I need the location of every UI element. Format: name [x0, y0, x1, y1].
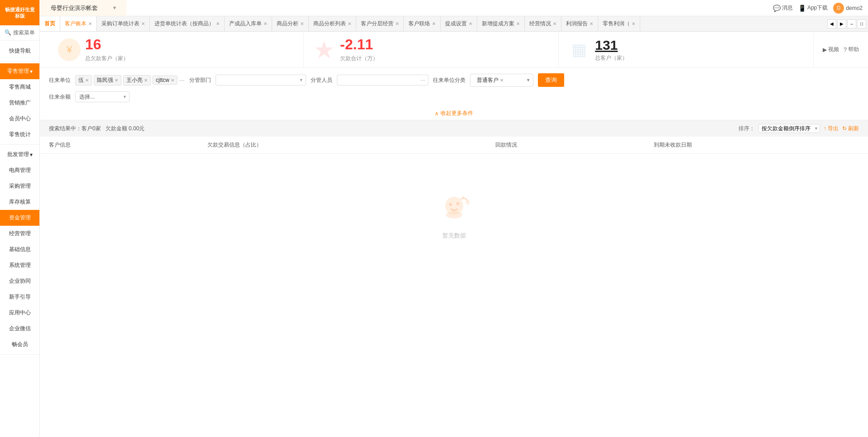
tab-collapse[interactable]: – — [847, 19, 856, 28]
sidebar-search-menu[interactable]: 🔍 搜索菜单 — [0, 25, 39, 41]
tab-close-icon[interactable]: ✕ — [632, 21, 635, 26]
sort-label: 排序： — [739, 125, 755, 133]
sidebar-item-capital[interactable]: 资金管理 — [0, 210, 39, 226]
person-input-more-icon[interactable]: ··· — [421, 77, 425, 83]
chevron-down-icon: ▼ — [112, 5, 117, 10]
tab-close-icon[interactable]: ✕ — [141, 21, 145, 26]
tab-retail-profit[interactable]: 零售利润（ ✕ — [598, 16, 640, 32]
help-btn[interactable]: ? 帮助 — [844, 46, 859, 53]
sidebar-item-label: 企业协同 — [9, 278, 31, 284]
sidebar-item-ecommerce[interactable]: 电商管理 — [0, 162, 39, 178]
tab-close-icon[interactable]: ✕ — [300, 21, 304, 26]
tab-label: 利润报告 — [566, 20, 588, 28]
filter-tag-close-icon[interactable]: ✕ — [85, 78, 89, 83]
balance-select[interactable]: 选择... — [75, 91, 129, 102]
tab-close-icon[interactable]: ✕ — [553, 21, 556, 26]
sidebar-item-label: 新手引导 — [9, 294, 31, 300]
tab-close-icon[interactable]: ✕ — [216, 21, 220, 26]
sidebar-item-label: 零售统计 — [9, 131, 31, 138]
account-select[interactable]: 母婴行业演示帐套 — [47, 3, 120, 13]
data-table: 客户信息 欠款交易信息（占比） 回款情况 到期未收款日期 — [40, 137, 868, 154]
overdue-amount-label: 欠款金额 0.00元 — [106, 125, 145, 133]
tab-purchase-order[interactable]: 采购订单统计表 ✕ — [97, 16, 150, 32]
filter-more-tags[interactable]: ··· — [179, 76, 185, 84]
tab-product-inbound[interactable]: 产成品入库单 ✕ — [225, 16, 272, 32]
tab-scroll-right[interactable]: ▶ — [837, 19, 846, 28]
svg-point-3 — [456, 202, 459, 205]
user-menu[interactable]: D demo2 — [833, 3, 863, 14]
sidebar-item-label: 电商管理 — [9, 167, 31, 173]
sidebar-item-operations[interactable]: 经营管理 — [0, 226, 39, 242]
query-button[interactable]: 查询 — [538, 73, 564, 87]
tab-customer-contact[interactable]: 客户联络 ✕ — [404, 16, 441, 32]
filter-tag-close-icon[interactable]: ✕ — [171, 78, 174, 83]
sidebar-item-enterprise-wechat[interactable]: 企业微信 — [0, 321, 39, 337]
video-btn[interactable]: ▶ 视频 — [823, 46, 839, 53]
filter-tag-close-icon[interactable]: ✕ — [144, 78, 148, 83]
tab-close-icon[interactable]: ✕ — [264, 21, 267, 26]
tab-close-icon[interactable]: ✕ — [432, 21, 436, 26]
tag-close-icon[interactable]: ✕ — [500, 78, 504, 83]
collapse-row[interactable]: ∧ 收起更多条件 — [49, 107, 859, 120]
tab-home[interactable]: 首页 — [40, 16, 60, 32]
tab-label: 客户账本 — [65, 20, 86, 28]
sidebar-item-retail-stats[interactable]: 零售统计 — [0, 127, 39, 142]
sidebar-item-retail-management[interactable]: 零售管理 ▾ — [0, 63, 39, 79]
tab-product-analysis-list[interactable]: 商品分析列表 ✕ — [309, 16, 356, 32]
app-download-label: App下载 — [807, 4, 828, 12]
upload-icon: ↑ — [824, 125, 826, 132]
sidebar-item-enterprise-coop[interactable]: 企业协同 — [0, 273, 39, 289]
tab-close-icon[interactable]: ✕ — [590, 21, 593, 26]
sidebar-item-app-center[interactable]: 应用中心 — [0, 305, 39, 321]
sidebar-item-member-center[interactable]: 会员中心 — [0, 111, 39, 127]
sidebar-item-retail-mall[interactable]: 零售商城 — [0, 79, 39, 95]
tabs-navigation: ◀ ▶ – □ — [825, 19, 868, 28]
tab-close-icon[interactable]: ✕ — [348, 21, 351, 26]
tab-customer-segment[interactable]: 客户分层经营 ✕ — [356, 16, 404, 32]
table-info-bar: 搜索结果中：客户0家 欠款金额 0.00元 排序： 按欠款金额倒序排序 ▼ ↑ … — [40, 120, 868, 137]
filter-tag-close-icon[interactable]: ✕ — [115, 78, 118, 83]
refresh-btn[interactable]: ↻ 刷新 — [842, 125, 859, 133]
sidebar-item-system[interactable]: 系统管理 — [0, 257, 39, 273]
tab-new-promotion[interactable]: 新增提成方案 ✕ — [477, 16, 525, 32]
dept-select[interactable] — [216, 75, 306, 86]
empty-label: 暂无数据 — [442, 232, 466, 240]
dept-select-wrap — [216, 75, 306, 86]
sidebar: 畅捷通好生意 标版 🔍 搜索菜单 快捷导航 零售管理 ▾ 零售商城 营销推广 会… — [0, 0, 40, 437]
tab-close-icon[interactable]: ✕ — [88, 21, 92, 26]
tab-inbound-stats[interactable]: 进货单统计表（按商品） ✕ — [150, 16, 225, 32]
message-btn[interactable]: 💬 消息 — [773, 4, 793, 12]
topbar: 母婴行业演示帐套 ▼ 💬 消息 📱 App下载 D demo2 — [40, 0, 868, 16]
filter-tag-text: cjttcw — [156, 77, 169, 83]
sidebar-item-purchase[interactable]: 采购管理 — [0, 178, 39, 194]
tab-customer-book[interactable]: 客户账本 ✕ — [60, 16, 97, 32]
stat-value-overdue-amount: -2.11 — [340, 37, 378, 52]
sidebar-item-quick-nav[interactable]: 快捷导航 — [0, 43, 39, 58]
export-btn[interactable]: ↑ 导出 — [824, 125, 839, 133]
tab-scroll-left[interactable]: ◀ — [827, 19, 836, 28]
tab-operations[interactable]: 经营情况 ✕ — [525, 16, 561, 32]
tab-product-analysis[interactable]: 商品分析 ✕ — [272, 16, 309, 32]
app-download-btn[interactable]: 📱 App下载 — [798, 4, 828, 12]
sidebar-item-marketing[interactable]: 营销推广 — [0, 95, 39, 111]
tab-label: 首页 — [44, 20, 55, 28]
unit-filter-label: 往来单位 — [49, 76, 71, 84]
tab-close-icon[interactable]: ✕ — [516, 21, 520, 26]
tab-promotion-settings[interactable]: 提成设置 ✕ — [441, 16, 477, 32]
sidebar-item-wholesale[interactable]: 批发管理 ▾ — [0, 147, 39, 162]
sidebar-item-new-guide[interactable]: 新手引导 — [0, 289, 39, 305]
tab-expand[interactable]: □ — [857, 19, 866, 28]
sidebar-item-label: 经营管理 — [9, 230, 31, 237]
tab-close-icon[interactable]: ✕ — [469, 21, 472, 26]
sort-select[interactable]: 按欠款金额倒序排序 — [758, 124, 820, 133]
tab-close-icon[interactable]: ✕ — [395, 21, 399, 26]
sidebar-item-inventory[interactable]: 库存核算 — [0, 194, 39, 210]
stat-value-overdue-customers: 16 — [85, 37, 129, 52]
sidebar-item-basic-info[interactable]: 基础信息 — [0, 242, 39, 257]
tab-profit-report[interactable]: 利润报告 ✕ — [561, 16, 598, 32]
unit-category-select[interactable]: 普通客户 ✕ ▼ — [470, 74, 533, 87]
person-input[interactable] — [337, 75, 428, 85]
sidebar-item-label: 零售商城 — [9, 84, 31, 90]
svg-point-1 — [446, 211, 462, 218]
sidebar-item-member-vip[interactable]: 畅会员 — [0, 337, 39, 352]
